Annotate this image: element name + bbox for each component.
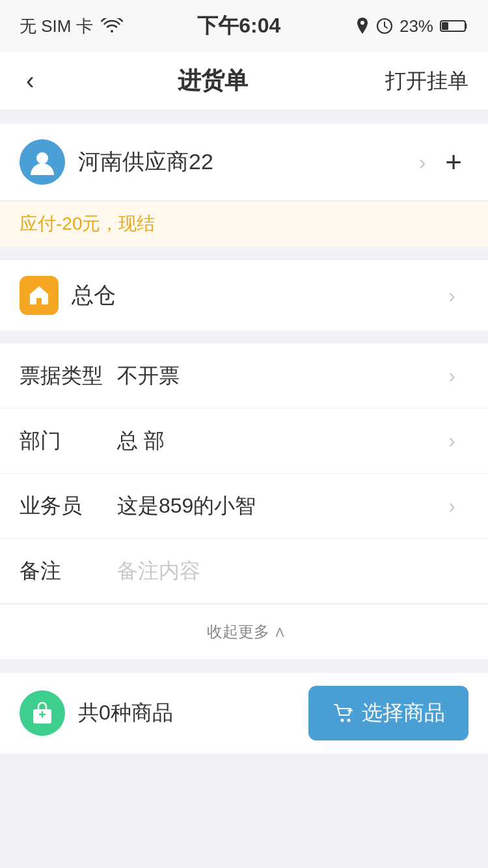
sales-label: 业务员 bbox=[20, 492, 111, 521]
dept-label: 部门 bbox=[20, 427, 111, 455]
notice-text: 应付-20元，现结 bbox=[20, 213, 155, 234]
product-icon-wrap bbox=[20, 690, 65, 736]
warehouse-chevron-icon: › bbox=[448, 284, 455, 308]
warehouse-icon-wrap bbox=[20, 276, 59, 315]
select-product-label: 选择商品 bbox=[362, 699, 445, 727]
remark-input[interactable]: 备注内容 bbox=[111, 557, 468, 586]
person-icon bbox=[28, 148, 57, 176]
dept-chevron-icon: › bbox=[448, 429, 455, 453]
invoice-row[interactable]: 票据类型 不开票 › bbox=[0, 344, 488, 409]
collapse-label: 收起更多 ∧ bbox=[207, 621, 287, 642]
section-divider-2 bbox=[0, 247, 488, 260]
supplier-row[interactable]: 河南供应商22 › + bbox=[0, 124, 488, 201]
select-product-button[interactable]: 选择商品 bbox=[308, 686, 468, 740]
svg-point-0 bbox=[360, 21, 364, 25]
bottom-fill bbox=[0, 753, 488, 868]
invoice-label: 票据类型 bbox=[20, 362, 111, 390]
collapse-toggle[interactable]: 收起更多 ∧ bbox=[0, 604, 488, 659]
dept-row[interactable]: 部门 总 部 › bbox=[0, 409, 488, 474]
back-button[interactable]: ‹ bbox=[20, 61, 41, 102]
battery-text: 23% bbox=[400, 16, 433, 36]
status-carrier: 无 SIM 卡 bbox=[20, 15, 123, 38]
carrier-text: 无 SIM 卡 bbox=[20, 15, 93, 38]
warehouse-card: 总仓 › bbox=[0, 260, 488, 331]
supplier-card: 河南供应商22 › + 应付-20元，现结 bbox=[0, 124, 488, 247]
page-title: 进货单 bbox=[178, 65, 248, 97]
status-right: 23% bbox=[355, 16, 468, 36]
sales-row[interactable]: 业务员 这是859的小智 › bbox=[0, 474, 488, 539]
bottom-bar: 共0种商品 选择商品 bbox=[0, 672, 488, 753]
sales-chevron-icon: › bbox=[448, 494, 455, 518]
svg-point-6 bbox=[341, 719, 344, 722]
open-pending-button[interactable]: 打开挂单 bbox=[385, 67, 468, 96]
battery-icon bbox=[440, 19, 468, 33]
form-section: 票据类型 不开票 › 部门 总 部 › 业务员 这是859的小智 › 备注 备注… bbox=[0, 344, 488, 659]
notice-bar: 应付-20元，现结 bbox=[0, 201, 488, 247]
sales-value: 这是859的小智 bbox=[111, 492, 448, 521]
status-bar: 无 SIM 卡 下午6:04 23% bbox=[0, 0, 488, 52]
cart-icon bbox=[332, 702, 354, 724]
clock-icon bbox=[376, 18, 393, 34]
location-icon bbox=[355, 17, 370, 35]
supplier-avatar bbox=[20, 139, 65, 185]
dept-value: 总 部 bbox=[111, 427, 448, 455]
remark-label: 备注 bbox=[20, 557, 111, 586]
product-bag-icon bbox=[29, 700, 55, 726]
warehouse-row[interactable]: 总仓 › bbox=[0, 260, 488, 331]
supplier-chevron-icon: › bbox=[419, 150, 426, 174]
warehouse-name: 总仓 bbox=[72, 280, 448, 310]
wifi-icon bbox=[101, 18, 123, 34]
add-button[interactable]: + bbox=[439, 146, 468, 178]
svg-point-7 bbox=[347, 719, 351, 722]
nav-bar: ‹ 进货单 打开挂单 bbox=[0, 52, 488, 111]
status-time: 下午6:04 bbox=[197, 12, 280, 40]
svg-rect-3 bbox=[442, 22, 448, 30]
invoice-chevron-icon: › bbox=[448, 364, 455, 388]
remark-row[interactable]: 备注 备注内容 bbox=[0, 539, 488, 604]
invoice-value: 不开票 bbox=[111, 362, 448, 390]
svg-point-4 bbox=[36, 152, 48, 164]
product-count: 共0种商品 bbox=[78, 699, 308, 727]
supplier-name: 河南供应商22 bbox=[78, 147, 419, 177]
house-icon bbox=[27, 284, 51, 307]
section-divider-1 bbox=[0, 111, 488, 124]
